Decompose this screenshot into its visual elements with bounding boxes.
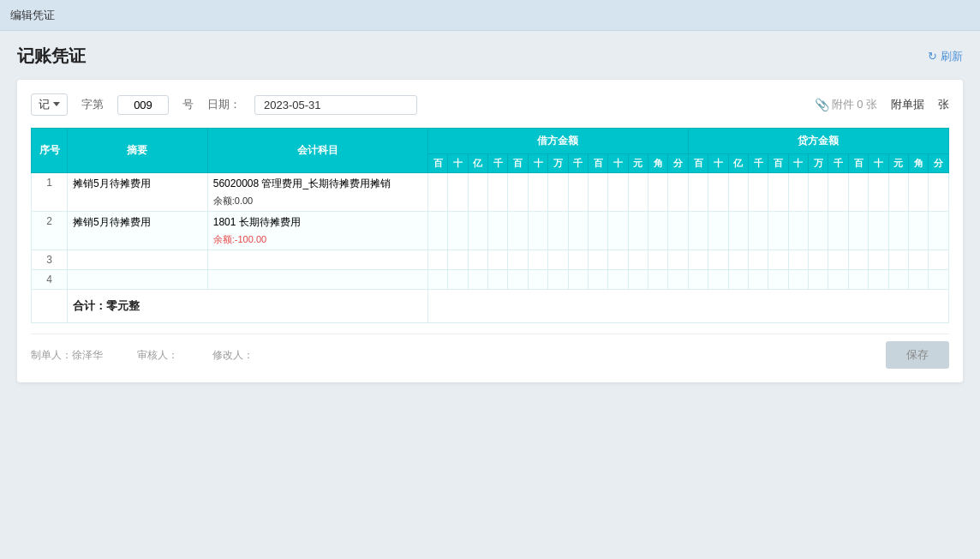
credit-cell[interactable] bbox=[809, 212, 828, 250]
debit-cell[interactable] bbox=[668, 270, 688, 290]
debit-cell[interactable] bbox=[668, 173, 688, 212]
debit-cell[interactable] bbox=[488, 212, 508, 250]
credit-cell[interactable] bbox=[888, 212, 908, 250]
debit-cell[interactable] bbox=[508, 212, 528, 250]
row-subject[interactable] bbox=[207, 250, 427, 270]
debit-cell[interactable] bbox=[648, 250, 668, 270]
credit-cell[interactable] bbox=[848, 212, 868, 250]
credit-cell[interactable] bbox=[788, 250, 808, 270]
debit-cell[interactable] bbox=[448, 250, 468, 270]
credit-cell[interactable] bbox=[869, 173, 888, 212]
credit-cell[interactable] bbox=[688, 173, 708, 212]
row-subject[interactable]: 1801 长期待摊费用余额:-100.00 bbox=[207, 212, 427, 250]
credit-cell[interactable] bbox=[768, 270, 788, 290]
debit-cell[interactable] bbox=[468, 212, 487, 250]
debit-cell[interactable] bbox=[568, 270, 588, 290]
debit-cell[interactable] bbox=[448, 212, 468, 250]
credit-cell[interactable] bbox=[788, 270, 808, 290]
debit-cell[interactable] bbox=[528, 270, 547, 290]
date-input[interactable] bbox=[254, 95, 417, 115]
credit-cell[interactable] bbox=[768, 212, 788, 250]
debit-cell[interactable] bbox=[548, 173, 568, 212]
credit-cell[interactable] bbox=[869, 250, 888, 270]
credit-cell[interactable] bbox=[828, 173, 848, 212]
credit-cell[interactable] bbox=[888, 250, 908, 270]
credit-cell[interactable] bbox=[929, 250, 949, 270]
debit-cell[interactable] bbox=[427, 212, 447, 250]
credit-cell[interactable] bbox=[809, 173, 828, 212]
credit-cell[interactable] bbox=[748, 270, 768, 290]
credit-cell[interactable] bbox=[908, 250, 928, 270]
credit-cell[interactable] bbox=[929, 173, 949, 212]
credit-cell[interactable] bbox=[768, 173, 788, 212]
credit-cell[interactable] bbox=[848, 250, 868, 270]
debit-cell[interactable] bbox=[427, 270, 447, 290]
row-summary[interactable]: 摊销5月待摊费用 bbox=[68, 212, 208, 250]
row-subject[interactable]: 56020008 管理费用_长期待摊费用摊销余额:0.00 bbox=[207, 173, 427, 212]
debit-cell[interactable] bbox=[648, 270, 668, 290]
debit-cell[interactable] bbox=[588, 270, 607, 290]
credit-cell[interactable] bbox=[929, 212, 949, 250]
ji-select[interactable]: 记 bbox=[31, 93, 68, 116]
credit-cell[interactable] bbox=[748, 250, 768, 270]
credit-cell[interactable] bbox=[728, 173, 748, 212]
row-summary[interactable]: 摊销5月待摊费用 bbox=[68, 173, 208, 212]
debit-cell[interactable] bbox=[608, 250, 628, 270]
debit-cell[interactable] bbox=[628, 250, 648, 270]
debit-cell[interactable] bbox=[468, 173, 487, 212]
credit-cell[interactable] bbox=[688, 250, 708, 270]
zi-number-input[interactable] bbox=[117, 95, 169, 115]
debit-cell[interactable] bbox=[588, 250, 607, 270]
debit-cell[interactable] bbox=[588, 173, 607, 212]
row-summary[interactable] bbox=[68, 270, 208, 290]
debit-cell[interactable] bbox=[508, 270, 528, 290]
credit-cell[interactable] bbox=[688, 270, 708, 290]
debit-cell[interactable] bbox=[448, 173, 468, 212]
credit-cell[interactable] bbox=[869, 270, 888, 290]
debit-cell[interactable] bbox=[648, 173, 668, 212]
debit-cell[interactable] bbox=[628, 270, 648, 290]
single-doc-label[interactable]: 附单据 bbox=[891, 97, 924, 112]
debit-cell[interactable] bbox=[488, 270, 508, 290]
credit-cell[interactable] bbox=[708, 270, 728, 290]
debit-cell[interactable] bbox=[588, 212, 607, 250]
debit-cell[interactable] bbox=[448, 270, 468, 290]
credit-cell[interactable] bbox=[748, 212, 768, 250]
credit-cell[interactable] bbox=[708, 173, 728, 212]
debit-cell[interactable] bbox=[488, 173, 508, 212]
debit-cell[interactable] bbox=[608, 212, 628, 250]
debit-cell[interactable] bbox=[508, 250, 528, 270]
debit-cell[interactable] bbox=[568, 212, 588, 250]
debit-cell[interactable] bbox=[508, 173, 528, 212]
credit-cell[interactable] bbox=[728, 212, 748, 250]
credit-cell[interactable] bbox=[908, 270, 928, 290]
credit-cell[interactable] bbox=[708, 212, 728, 250]
debit-cell[interactable] bbox=[608, 173, 628, 212]
debit-cell[interactable] bbox=[628, 212, 648, 250]
credit-cell[interactable] bbox=[929, 270, 949, 290]
attach-link[interactable]: 📎 附件 0 张 bbox=[815, 97, 877, 112]
credit-cell[interactable] bbox=[809, 270, 828, 290]
credit-cell[interactable] bbox=[728, 270, 748, 290]
credit-cell[interactable] bbox=[888, 173, 908, 212]
debit-cell[interactable] bbox=[427, 173, 447, 212]
credit-cell[interactable] bbox=[908, 173, 928, 212]
credit-cell[interactable] bbox=[828, 270, 848, 290]
row-summary[interactable] bbox=[68, 250, 208, 270]
debit-cell[interactable] bbox=[488, 250, 508, 270]
debit-cell[interactable] bbox=[668, 212, 688, 250]
refresh-button[interactable]: ↻ 刷新 bbox=[928, 49, 963, 64]
credit-cell[interactable] bbox=[708, 250, 728, 270]
debit-cell[interactable] bbox=[648, 212, 668, 250]
credit-cell[interactable] bbox=[809, 250, 828, 270]
debit-cell[interactable] bbox=[427, 250, 447, 270]
row-subject[interactable] bbox=[207, 270, 427, 290]
debit-cell[interactable] bbox=[528, 250, 547, 270]
debit-cell[interactable] bbox=[668, 250, 688, 270]
debit-cell[interactable] bbox=[468, 250, 487, 270]
debit-cell[interactable] bbox=[628, 173, 648, 212]
debit-cell[interactable] bbox=[548, 250, 568, 270]
debit-cell[interactable] bbox=[548, 270, 568, 290]
credit-cell[interactable] bbox=[788, 173, 808, 212]
save-button[interactable]: 保存 bbox=[886, 341, 949, 369]
